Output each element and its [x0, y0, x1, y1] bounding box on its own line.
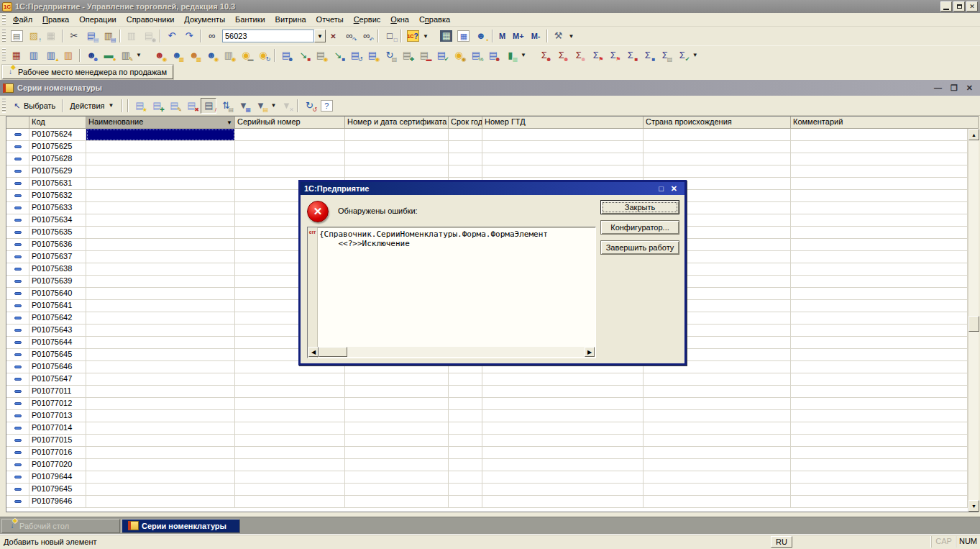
empty-cell[interactable] — [235, 422, 345, 435]
empty-cell[interactable] — [345, 459, 449, 471]
report-box-blue-icon[interactable]: Σ■ — [641, 50, 654, 61]
windows-list-button[interactable]: □□ — [382, 28, 398, 44]
empty-cell[interactable] — [235, 459, 345, 471]
open-file-icon[interactable]: ▨↑ — [28, 30, 40, 42]
find-icon[interactable]: ∞ — [206, 30, 219, 42]
customize-tools-button[interactable]: ⚒ — [551, 28, 567, 44]
coins-stack-icon[interactable]: ◉◉ — [452, 50, 464, 61]
code-cell[interactable]: P01075625 — [29, 141, 86, 153]
row-marker-cell[interactable] — [6, 129, 29, 141]
empty-cell[interactable] — [644, 386, 791, 398]
empty-cell[interactable] — [86, 459, 235, 471]
empty-cell[interactable] — [235, 398, 345, 410]
chevron-down-icon[interactable]: ▼ — [269, 102, 278, 109]
empty-cell[interactable] — [791, 214, 968, 227]
empty-cell[interactable] — [345, 422, 449, 435]
calculator-icon[interactable]: ▦ — [440, 30, 452, 42]
doc-check-button[interactable]: ▤✔ — [434, 47, 449, 63]
report-orders-button[interactable]: Σ☻ — [536, 47, 552, 63]
empty-cell[interactable] — [449, 422, 482, 435]
empty-cell[interactable] — [482, 129, 644, 141]
empty-cell[interactable] — [449, 373, 482, 386]
organizer-icon[interactable]: ▮▦ — [504, 50, 516, 61]
row-marker-cell[interactable] — [6, 325, 29, 337]
menu-бантики[interactable]: Бантики — [230, 14, 270, 25]
empty-cell[interactable] — [86, 373, 235, 386]
empty-cell[interactable] — [86, 276, 235, 288]
window-tab-inactive[interactable]: ↓◆Рабочий стол — [1, 519, 120, 533]
return-cart-icon[interactable]: ☻▦ — [188, 50, 200, 61]
empty-cell[interactable] — [644, 410, 791, 422]
table-row[interactable]: P01075629 — [6, 165, 968, 178]
empty-cell[interactable] — [791, 312, 968, 325]
filter-clear-icon[interactable]: ▼✕ — [280, 100, 293, 112]
empty-cell[interactable] — [644, 141, 791, 153]
save-icon[interactable]: ▦ — [45, 30, 58, 42]
empty-cell[interactable] — [345, 484, 449, 496]
table-row[interactable]: P01075624 — [6, 129, 968, 141]
table-row[interactable]: P01075628 — [6, 153, 968, 165]
report-check-button[interactable]: Σ✔ — [674, 47, 690, 63]
empty-cell[interactable] — [791, 386, 968, 398]
find-prev-icon[interactable]: ∞↶ — [361, 30, 373, 42]
empty-cell[interactable] — [791, 300, 968, 312]
column-header-комментарий[interactable]: Комментарий — [791, 117, 979, 129]
select-button[interactable]: ↖ Выбрать — [8, 98, 60, 113]
empty-cell[interactable] — [449, 129, 482, 141]
empty-cell[interactable] — [644, 373, 791, 386]
memory-subtract-button[interactable]: M- — [528, 31, 544, 41]
row-marker-cell[interactable] — [6, 410, 29, 422]
empty-cell[interactable] — [345, 447, 449, 459]
empty-cell[interactable] — [86, 141, 235, 153]
empty-cell[interactable] — [791, 373, 968, 386]
empty-cell[interactable] — [235, 129, 345, 141]
organizer-button[interactable]: ▮▦ — [503, 47, 518, 63]
empty-cell[interactable] — [86, 422, 235, 435]
doc-person-red-button[interactable]: ▤☻ — [485, 47, 501, 63]
cash-box-icon[interactable]: ▦ — [11, 50, 23, 61]
chevron-down-icon[interactable]: ▼ — [421, 33, 430, 40]
payment-coins-button[interactable]: ☻◉ — [203, 47, 219, 63]
calculator-button[interactable]: ▦ — [439, 28, 454, 44]
code-cell[interactable]: P01077013 — [29, 410, 86, 422]
sale-cart-button[interactable]: ☻▦ — [169, 47, 185, 63]
filter-clear-button[interactable]: ▼✕ — [278, 98, 294, 114]
filter-button[interactable]: ▼▤ — [252, 98, 268, 114]
code-cell[interactable]: P01075639 — [29, 276, 86, 288]
empty-cell[interactable] — [644, 153, 791, 165]
empty-cell[interactable] — [791, 496, 968, 508]
code-cell[interactable]: P01075632 — [29, 190, 86, 202]
code-cell[interactable]: P01075636 — [29, 239, 86, 251]
empty-cell[interactable] — [644, 447, 791, 459]
empty-cell[interactable] — [791, 227, 968, 239]
debt-coin-button[interactable]: ◉▬ — [238, 47, 254, 63]
copy-icon[interactable]: ▤▤ — [86, 30, 98, 42]
empty-cell[interactable] — [644, 398, 791, 410]
empty-cell[interactable] — [791, 349, 968, 361]
order-person-icon[interactable]: ☻◉ — [153, 50, 165, 61]
chevron-down-icon[interactable]: ▼ — [567, 33, 576, 40]
column-header-срок годнос...[interactable]: Срок годнос... — [449, 117, 482, 129]
doc-cycle-button[interactable]: ↻▤ — [382, 47, 398, 63]
report-box-red-button[interactable]: Σ■ — [623, 47, 638, 63]
empty-cell[interactable] — [644, 435, 791, 447]
code-cell[interactable]: P01075624 — [29, 129, 86, 141]
doc-person-blue-button[interactable]: ▤☻ — [278, 47, 294, 63]
doc-coins-icon[interactable]: ▤◉ — [366, 50, 378, 61]
windows-list-icon[interactable]: □□ — [384, 30, 396, 42]
coins-exchange-icon[interactable]: ◉↻ — [257, 50, 269, 61]
doc-cycle-icon[interactable]: ↻▤ — [383, 50, 395, 61]
empty-cell[interactable] — [482, 373, 644, 386]
code-cell[interactable]: P01075642 — [29, 312, 86, 325]
empty-cell[interactable] — [482, 459, 644, 471]
save-button[interactable]: ▦ — [43, 28, 59, 44]
partners-icon[interactable]: ☻☻ — [86, 50, 98, 61]
empty-cell[interactable] — [791, 190, 968, 202]
empty-cell[interactable] — [791, 165, 968, 178]
payment-coins-icon[interactable]: ☻◉ — [205, 50, 217, 61]
empty-cell[interactable] — [86, 325, 235, 337]
code-cell[interactable]: P01075645 — [29, 349, 86, 361]
doc-person-blue-icon[interactable]: ▤☻ — [280, 50, 292, 61]
empty-cell[interactable] — [482, 447, 644, 459]
scroll-thumb[interactable] — [968, 316, 979, 332]
